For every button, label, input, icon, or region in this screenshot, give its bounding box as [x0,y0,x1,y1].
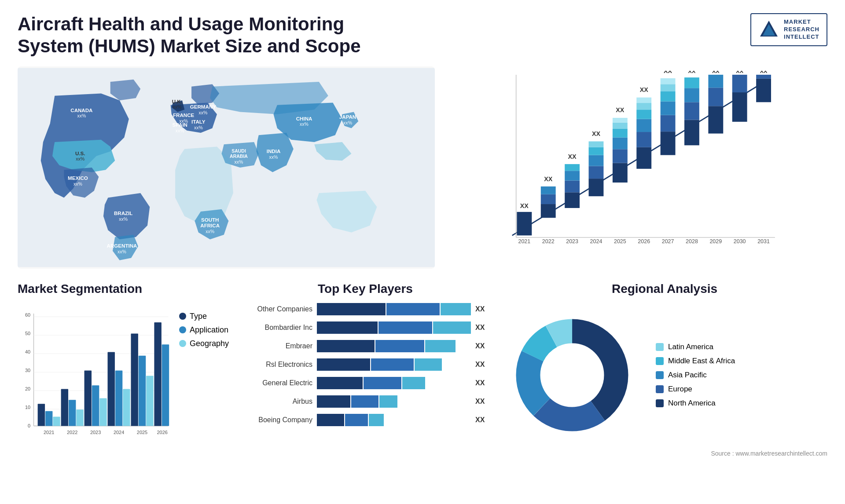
svg-rect-97 [756,79,771,102]
player-name-other: Other Companies [242,305,312,313]
svg-rect-84 [684,88,699,102]
svg-text:SAUDI: SAUDI [231,148,246,153]
bar-seg3 [425,340,456,352]
svg-text:2028: 2028 [686,238,698,245]
svg-rect-77 [661,91,676,101]
world-map-svg: CANADA xx% U.S. xx% MEXICO xx% BRAZIL xx… [18,66,435,269]
svg-text:SOUTH: SOUTH [201,217,219,223]
svg-text:40: 40 [25,349,30,354]
asia-pacific-color [656,371,664,379]
svg-rect-55 [589,141,604,147]
svg-text:2021: 2021 [518,238,531,245]
svg-rect-37 [517,212,532,235]
svg-text:2021: 2021 [44,430,54,435]
svg-text:xx%: xx% [176,128,184,133]
svg-text:XX: XX [640,86,649,93]
page-container: Aircraft Health and Usage Monitoring Sys… [0,0,845,504]
svg-rect-131 [115,370,122,426]
svg-rect-76 [661,101,676,115]
seg-grouped-bar-chart: 0 10 20 30 40 50 60 [18,303,170,454]
svg-rect-54 [589,147,604,155]
player-xx-rsl: XX [475,361,489,369]
svg-rect-41 [541,194,556,204]
regional-section: Regional Analysis [502,282,827,504]
svg-point-146 [540,343,604,407]
svg-text:ITALY: ITALY [191,119,206,124]
svg-rect-70 [636,103,651,110]
svg-rect-93 [732,92,747,122]
svg-text:AFRICA: AFRICA [200,223,220,228]
svg-rect-61 [613,129,628,138]
svg-text:ARABIA: ARABIA [230,153,248,159]
svg-text:xx%: xx% [300,121,309,127]
svg-text:xx%: xx% [173,104,181,110]
bar-seg1 [317,340,375,352]
svg-text:MEXICO: MEXICO [68,175,88,181]
svg-rect-88 [708,106,723,133]
svg-rect-47 [565,171,580,180]
svg-text:XX: XX [688,71,696,74]
legend-latin-america: Latin America [656,343,735,351]
svg-text:2022: 2022 [542,238,555,245]
player-name-rsl: Rsl Electronics [242,361,312,369]
svg-text:xx%: xx% [119,216,128,222]
svg-rect-53 [589,155,604,166]
key-players-section: Top Key Players Other Companies XX Bomba… [242,282,489,504]
svg-rect-119 [45,411,52,426]
map-container: CANADA xx% U.S. xx% MEXICO xx% BRAZIL xx… [18,66,435,269]
north-america-color [656,399,664,407]
player-xx-boeing: XX [475,416,489,424]
geography-legend-dot [179,340,186,347]
svg-text:XX: XX [760,71,768,74]
bar-seg2 [378,321,432,334]
player-name-airbus: Airbus [242,398,312,405]
bar-seg3 [369,414,384,426]
svg-text:xx%: xx% [73,181,82,186]
bar-seg2 [345,414,368,426]
svg-text:0: 0 [28,423,30,428]
svg-text:xx%: xx% [194,124,203,130]
player-name-embraer: Embraer [242,342,312,350]
bar-seg2 [351,395,378,408]
svg-text:2023: 2023 [566,238,578,245]
key-players-title: Top Key Players [242,282,489,296]
svg-rect-90 [708,75,723,88]
svg-rect-79 [661,78,676,84]
header: Aircraft Health and Usage Monitoring Sys… [18,13,827,58]
bar-spacer [385,414,471,426]
svg-text:2022: 2022 [67,430,77,435]
player-xx-embraer: XX [475,342,489,350]
svg-rect-66 [636,147,651,169]
svg-text:XX: XX [616,106,625,113]
svg-rect-40 [541,204,556,218]
svg-text:2027: 2027 [662,238,674,245]
svg-rect-63 [613,118,628,123]
svg-text:XX: XX [568,153,577,160]
seg-legend-type: Type [179,312,229,321]
svg-rect-134 [131,333,138,426]
player-row-rsl: Rsl Electronics XX [242,358,489,371]
svg-text:60: 60 [25,312,30,318]
bar-seg3 [402,377,425,389]
svg-rect-51 [589,179,604,196]
bottom-section: Market Segmentation 0 10 20 30 40 50 [18,282,827,504]
player-row-bombardier: Bombardier Inc XX [242,321,489,334]
svg-text:2030: 2030 [734,238,746,245]
bar-chart-container: XX 2021 XX 2022 XX 2023 [448,66,827,269]
svg-rect-128 [99,398,107,426]
svg-rect-138 [154,322,161,426]
svg-text:2024: 2024 [590,238,603,245]
legend-asia-pacific: Asia Pacific [656,371,735,380]
svg-rect-69 [636,110,651,119]
player-xx-ge: XX [475,379,489,387]
svg-text:FRANCE: FRANCE [173,113,195,118]
svg-text:U.S.: U.S. [75,150,85,156]
players-list: Other Companies XX Bombardier Inc [242,303,489,426]
top-section: CANADA xx% U.S. xx% MEXICO xx% BRAZIL xx… [18,66,827,269]
svg-text:10: 10 [25,405,30,410]
source-text: Source : www.marketresearchintellect.com [502,450,827,457]
player-bar-airbus [317,395,471,408]
svg-text:ARGENTINA: ARGENTINA [107,243,137,248]
svg-text:CHINA: CHINA [296,116,312,121]
bar-seg3 [433,321,471,334]
